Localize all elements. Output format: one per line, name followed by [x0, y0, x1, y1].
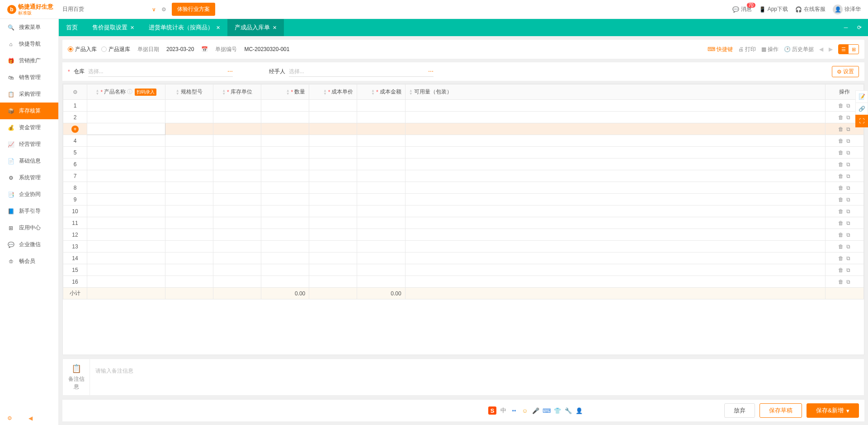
delete-icon[interactable]: 🗑 — [838, 196, 844, 203]
delete-icon[interactable]: 🗑 — [838, 220, 844, 226]
copy-icon[interactable]: ⧉ — [846, 103, 850, 109]
delete-icon[interactable]: 🗑 — [838, 243, 844, 250]
product-name-cell[interactable] — [87, 217, 165, 229]
product-name-cell[interactable] — [87, 182, 165, 194]
ime-keyboard-icon[interactable]: ⌨ — [542, 406, 551, 415]
discard-button[interactable]: 放弃 — [724, 403, 755, 418]
more-icon[interactable]: ⋯ — [227, 68, 233, 75]
table-row[interactable]: 11🗑⧉ — [63, 217, 864, 229]
sort-icon[interactable]: ▲▼ — [176, 89, 179, 95]
sort-icon[interactable]: ▲▼ — [371, 89, 375, 95]
product-name-cell[interactable] — [87, 123, 165, 135]
product-name-cell[interactable] — [87, 159, 165, 170]
ime-user-icon[interactable]: 👤 — [575, 406, 583, 415]
view-card-icon[interactable]: ⊞ — [849, 45, 859, 54]
product-name-cell[interactable] — [87, 205, 165, 217]
table-row[interactable]: 16🗑⧉ — [63, 276, 864, 288]
sort-icon[interactable]: ▲▼ — [96, 89, 99, 95]
delete-icon[interactable]: 🗑 — [838, 149, 844, 156]
copy-icon[interactable]: ⧉ — [846, 267, 850, 273]
save-draft-button[interactable]: 保存草稿 — [760, 403, 802, 418]
sidebar-item[interactable]: 📋采购管理 — [0, 86, 58, 103]
calendar-icon[interactable]: 📅 — [201, 46, 208, 52]
tab[interactable]: 产成品入库单✕ — [227, 19, 284, 36]
more-icon[interactable]: ⋯ — [428, 68, 434, 75]
settings-gear-icon[interactable]: ⚙ — [7, 415, 12, 421]
copy-icon[interactable]: ⧉ — [846, 196, 850, 203]
table-row[interactable]: 13🗑⧉ — [63, 241, 864, 252]
product-name-cell[interactable] — [87, 147, 165, 159]
product-name-cell[interactable] — [87, 252, 165, 264]
add-row-icon[interactable]: + — [71, 126, 79, 133]
delete-icon[interactable]: 🗑 — [838, 208, 844, 215]
sidebar-item[interactable]: 💰资金管理 — [0, 119, 58, 136]
tab[interactable]: 首页 — [59, 19, 85, 36]
float-note-icon[interactable]: 📝 — [855, 90, 868, 103]
tab[interactable]: 进货单统计表（按商品）✕ — [142, 19, 227, 36]
gear-icon[interactable]: ⚙ — [73, 89, 78, 95]
copy-icon[interactable]: ⧉ — [846, 173, 850, 179]
ime-tool-icon[interactable]: 🔧 — [564, 406, 572, 415]
copy-icon[interactable]: ⧉ — [846, 149, 850, 156]
app-download-button[interactable]: 📱 App下载 — [759, 5, 788, 13]
product-name-cell[interactable] — [87, 194, 165, 205]
product-name-cell[interactable] — [87, 100, 165, 112]
prev-icon[interactable]: ◀ — [819, 46, 823, 52]
close-icon[interactable]: ✕ — [216, 25, 220, 31]
sort-icon[interactable]: ▲▼ — [286, 89, 290, 95]
sidebar-item[interactable]: 💬企业微信 — [0, 236, 58, 253]
ime-skin-icon[interactable]: 👕 — [553, 406, 561, 415]
sidebar-item[interactable]: ⊞应用中心 — [0, 220, 58, 236]
table-row[interactable]: 4🗑⧉ — [63, 135, 864, 147]
gear-icon[interactable]: ⚙ — [161, 6, 166, 13]
remark-input[interactable]: 请输入备注信息 — [90, 359, 864, 395]
sort-icon[interactable]: ▲▼ — [222, 89, 226, 95]
sidebar-item[interactable]: ♔畅会员 — [0, 253, 58, 270]
copy-icon[interactable]: ⧉ — [846, 138, 850, 144]
table-row[interactable]: 10🗑⧉ — [63, 205, 864, 217]
table-row[interactable]: +🗑⧉ — [63, 123, 864, 135]
sidebar-item[interactable]: 📄基础信息 — [0, 153, 58, 169]
shortcut-button[interactable]: ⌨ 快捷键 — [708, 46, 733, 53]
collapse-icon[interactable]: ◀ — [28, 415, 33, 421]
table-row[interactable]: 12🗑⧉ — [63, 229, 864, 241]
copy-icon[interactable]: ⧉ — [846, 255, 850, 262]
table-row[interactable]: 6🗑⧉ — [63, 159, 864, 170]
close-icon[interactable]: ✕ — [130, 25, 134, 31]
radio-product-in[interactable]: 产品入库 — [68, 46, 97, 53]
product-name-cell[interactable] — [87, 229, 165, 241]
table-row[interactable]: 5🗑⧉ — [63, 147, 864, 159]
product-name-cell[interactable] — [87, 264, 165, 276]
scan-input-tag[interactable]: 扫码录入 — [135, 89, 156, 96]
table-row[interactable]: 2🗑⧉ — [63, 112, 864, 123]
product-name-cell[interactable] — [87, 135, 165, 147]
copy-icon[interactable]: ⧉ — [846, 279, 850, 285]
date-value[interactable]: 2023-03-20 — [166, 46, 194, 52]
table-row[interactable]: 8🗑⧉ — [63, 182, 864, 194]
next-icon[interactable]: ▶ — [829, 46, 833, 52]
delete-icon[interactable]: 🗑 — [838, 114, 844, 121]
delete-icon[interactable]: 🗑 — [838, 161, 844, 168]
history-button[interactable]: 🕑 历史单据 — [784, 46, 814, 53]
product-name-cell[interactable] — [87, 276, 165, 288]
copy-icon[interactable]: ⧉ — [846, 208, 850, 215]
ime-mic-icon[interactable]: 🎤 — [532, 406, 540, 415]
ime-punct-icon[interactable]: •• — [510, 406, 518, 415]
experience-plan-button[interactable]: 体验行业方案 — [172, 3, 215, 16]
delete-icon[interactable]: 🗑 — [838, 279, 844, 285]
copy-icon[interactable]: ⧉ — [846, 232, 850, 238]
float-expand-icon[interactable]: ⛶ — [855, 115, 868, 127]
product-name-cell[interactable] — [87, 241, 165, 252]
save-new-button[interactable]: 保存&新增 ▾ — [807, 403, 859, 418]
warehouse-select[interactable]: 选择... ⋯ — [88, 67, 233, 77]
tab-refresh-icon[interactable]: ⟳ — [854, 23, 864, 33]
table-row[interactable]: 15🗑⧉ — [63, 264, 864, 276]
help-icon[interactable]: ⓘ — [127, 88, 132, 96]
table-row[interactable]: 7🗑⧉ — [63, 170, 864, 182]
delete-icon[interactable]: 🗑 — [838, 103, 844, 109]
sidebar-item[interactable]: 🛍销售管理 — [0, 69, 58, 86]
online-service-button[interactable]: 🎧 在线客服 — [795, 5, 826, 13]
sidebar-item[interactable]: 📦库存核算 — [0, 103, 58, 119]
product-name-cell[interactable] — [87, 112, 165, 123]
delete-icon[interactable]: 🗑 — [838, 126, 844, 132]
